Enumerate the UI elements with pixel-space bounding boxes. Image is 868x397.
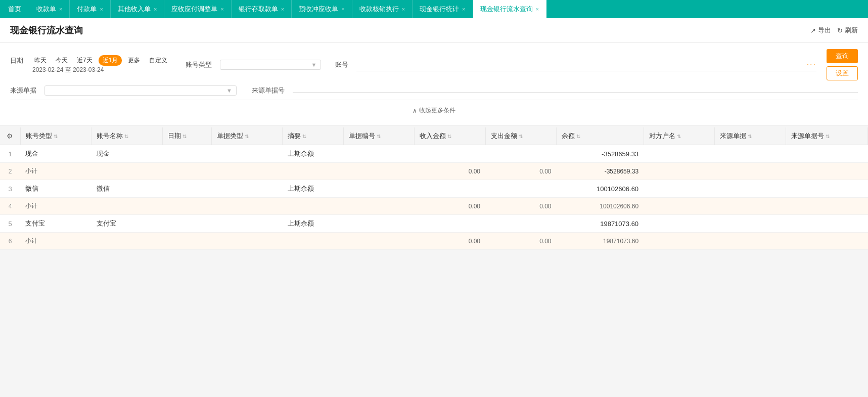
th-balance[interactable]: 余额 ⇅ [557,127,644,145]
account-type-select[interactable]: ▼ [220,60,321,70]
refresh-button[interactable]: ↻ 刷新 [837,26,858,35]
refresh-icon: ↻ [837,27,843,34]
date-opt-yesterday[interactable]: 昨天 [31,55,50,66]
date-opt-1month[interactable]: 近1月 [99,55,122,66]
th-summary[interactable]: 摘要 ⇅ [283,127,343,145]
top-navigation: 首页 收款单 × 付款单 × 其他收入单 × 应收应付调整单 × 银行存取款单 … [0,0,868,18]
nav-tab-yinhang[interactable]: 银行存取款单 × [232,0,292,18]
page-header: 现金银行流水查询 ↗ 导出 ↻ 刷新 [0,18,868,43]
close-icon[interactable]: × [536,6,539,12]
source-doc-no-label: 来源单据号 [252,86,285,95]
sort-icon: ⇅ [826,134,830,139]
nav-tab-xianjinliushui[interactable]: 现金银行流水查询 × [473,0,546,18]
close-icon[interactable]: × [154,6,157,12]
th-account-type[interactable]: 账号类型 ⇅ [20,127,92,145]
close-icon[interactable]: × [100,6,103,12]
filter-area: 日期 昨天 今天 近7天 近1月 更多 自定义 2023-02-24 至 202… [0,43,868,125]
sort-icon: ⇅ [302,134,306,139]
th-date[interactable]: 日期 ⇅ [162,127,211,145]
th-account-name[interactable]: 账号名称 ⇅ [92,127,163,145]
nav-tab-shoukuandan[interactable]: 收款单 × [29,0,70,18]
nav-home[interactable]: 首页 [0,0,29,18]
table-row[interactable]: 1现金现金上期余额-3528659.33 [0,145,868,163]
th-counterparty[interactable]: 对方户名 ⇅ [644,127,715,145]
table-container: ⚙ 账号类型 ⇅ 账号名称 ⇅ 日期 [0,127,868,250]
query-button[interactable]: 查询 [827,49,858,63]
close-icon[interactable]: × [341,6,344,12]
date-opt-today[interactable]: 今天 [53,55,71,66]
table-row[interactable]: 2小计0.000.00-3528659.33 [0,163,868,180]
sort-icon: ⇅ [576,134,580,139]
close-icon[interactable]: × [281,6,284,12]
sort-icon: ⇅ [54,134,58,139]
sort-icon: ⇅ [182,134,187,139]
chevron-down-icon: ▼ [226,87,232,94]
nav-tab-qitashouru[interactable]: 其他收入单 × [111,0,164,18]
filter-row-2: 来源单据 ▼ 来源单据号 [10,85,858,96]
chevron-up-icon: ∧ [413,107,417,114]
nav-tab-xianjintongji[interactable]: 现金银行统计 × [413,0,473,18]
table-row[interactable]: 4小计0.000.00100102606.60 [0,198,868,215]
close-icon[interactable]: × [462,6,465,12]
table-row[interactable]: 6小计0.000.0019871073.60 [0,233,868,250]
nav-tab-yingshouyingfu[interactable]: 应收应付调整单 × [164,0,231,18]
sort-icon: ⇅ [447,134,451,139]
account-dots-button[interactable]: ··· [807,60,816,69]
page-title: 现金银行流水查询 [10,24,83,36]
sort-icon: ⇅ [519,134,523,139]
th-expense[interactable]: 支出金额 ⇅ [485,127,557,145]
source-doc-label: 来源单据 [10,86,36,95]
close-icon[interactable]: × [220,6,223,12]
th-doc-type[interactable]: 单据类型 ⇅ [211,127,283,145]
chevron-down-icon: ▼ [311,62,316,68]
date-range-display: 2023-02-24 至 2023-03-24 [32,66,104,73]
date-label: 日期 [10,56,23,65]
sort-icon: ⇅ [677,134,681,139]
setting-button[interactable]: 设置 [827,66,858,80]
nav-tab-fukuandan[interactable]: 付款单 × [70,0,110,18]
filter-row-1: 日期 昨天 今天 近7天 近1月 更多 自定义 2023-02-24 至 202… [10,49,858,80]
nav-tab-yushou[interactable]: 预收冲应收单 × [292,0,352,18]
nav-tab-shoukuanhe[interactable]: 收款核销执行 × [352,0,413,18]
date-opt-custom[interactable]: 自定义 [146,55,170,66]
data-table: ⚙ 账号类型 ⇅ 账号名称 ⇅ 日期 [0,127,868,250]
date-options: 昨天 今天 近7天 近1月 更多 自定义 [31,55,170,66]
sort-icon: ⇅ [124,134,128,139]
table-row[interactable]: 5支付宝支付宝上期余额19871073.60 [0,215,868,233]
close-icon[interactable]: × [402,6,405,12]
date-opt-7days[interactable]: 近7天 [74,55,96,66]
th-gear[interactable]: ⚙ [0,127,20,145]
th-source-doc[interactable]: 来源单据 ⇅ [715,127,786,145]
gear-icon: ⚙ [7,132,13,140]
export-icon: ↗ [810,27,816,34]
sort-icon: ⇅ [377,134,381,139]
account-type-label: 账号类型 [186,60,212,69]
source-doc-select[interactable]: ▼ [44,85,237,96]
collapse-button[interactable]: ∧ 收起更多条件 [413,104,455,117]
table-row[interactable]: 3微信微信上期余额100102606.60 [0,180,868,198]
collapse-bar: ∧ 收起更多条件 [10,100,858,119]
account-label: 账号 [335,60,348,69]
sort-icon: ⇅ [245,134,249,139]
date-opt-more[interactable]: 更多 [125,55,143,66]
close-icon[interactable]: × [59,6,62,12]
header-actions: ↗ 导出 ↻ 刷新 [810,26,858,35]
th-income[interactable]: 收入金额 ⇅ [415,127,486,145]
export-button[interactable]: ↗ 导出 [810,26,831,35]
th-source-doc-no[interactable]: 来源单据号 ⇅ [786,127,867,145]
sort-icon: ⇅ [748,134,752,139]
table-header-row: ⚙ 账号类型 ⇅ 账号名称 ⇅ 日期 [0,127,868,145]
th-doc-no[interactable]: 单据编号 ⇅ [343,127,415,145]
